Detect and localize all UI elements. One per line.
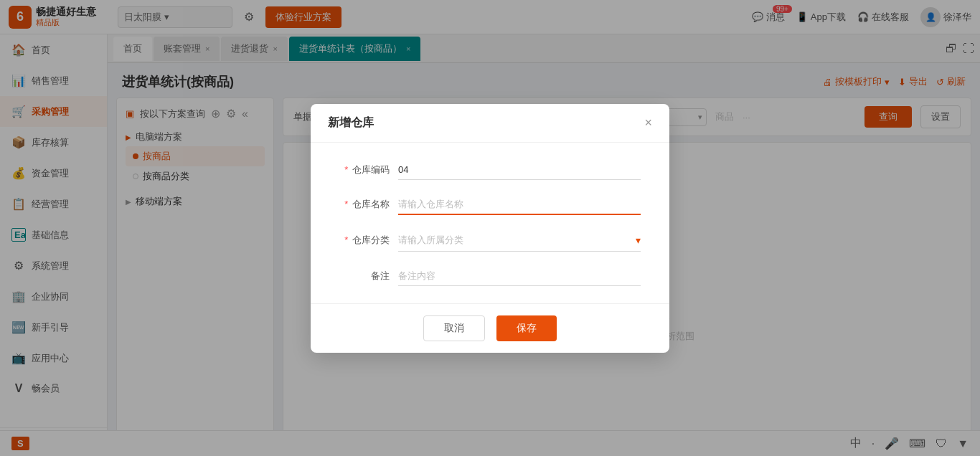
cancel-button[interactable]: 取消 [423, 315, 485, 341]
warehouse-category-label: * 仓库分类 [339, 234, 390, 247]
warehouse-name-input[interactable] [398, 194, 641, 215]
warehouse-name-label: * 仓库名称 [339, 198, 390, 211]
warehouse-category-row: * 仓库分类 请输入所属分类 ▾ [339, 229, 641, 252]
category-placeholder: 请输入所属分类 [398, 234, 636, 247]
warehouse-code-label: * 仓库编码 [339, 163, 390, 176]
modal-footer: 取消 保存 [311, 303, 669, 353]
modal-close-button[interactable]: × [644, 115, 652, 130]
modal-overlay: 新增仓库 × * 仓库编码 * 仓库名称 * 仓库分 [0, 0, 980, 456]
warehouse-note-label: 备注 [339, 270, 390, 282]
save-button[interactable]: 保存 [496, 315, 557, 341]
warehouse-note-row: 备注 [339, 266, 641, 286]
warehouse-code-input[interactable] [398, 160, 641, 180]
modal-body: * 仓库编码 * 仓库名称 * 仓库分类 请输入所属分类 ▾ [311, 143, 669, 303]
category-arrow-icon: ▾ [636, 234, 641, 246]
warehouse-code-row: * 仓库编码 [339, 160, 641, 180]
modal-header: 新增仓库 × [311, 104, 669, 143]
warehouse-name-row: * 仓库名称 [339, 194, 641, 215]
modal-title: 新增仓库 [328, 115, 374, 130]
add-warehouse-modal: 新增仓库 × * 仓库编码 * 仓库名称 * 仓库分 [311, 104, 669, 353]
warehouse-category-select[interactable]: 请输入所属分类 ▾ [398, 229, 641, 252]
warehouse-note-input[interactable] [398, 266, 641, 286]
